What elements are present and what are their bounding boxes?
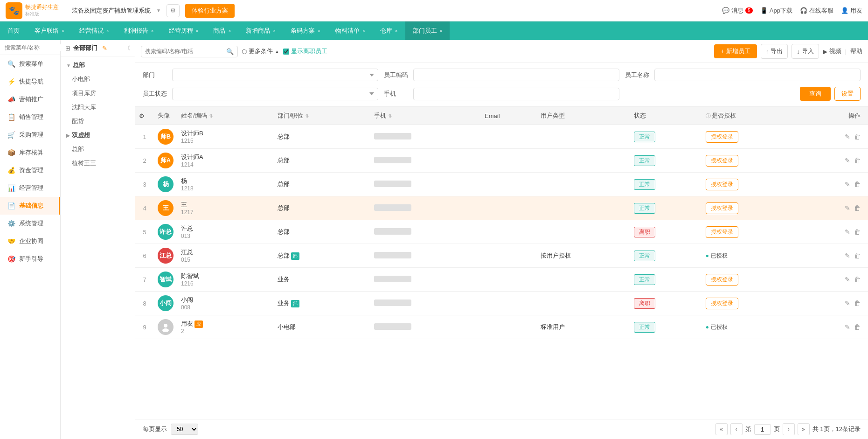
prev-page-button[interactable]: ‹: [730, 423, 743, 435]
search-input[interactable]: [145, 48, 224, 55]
th-name[interactable]: 姓名/编码 ⇅: [177, 107, 274, 125]
sidebar-item-sales[interactable]: 📋 销售管理: [0, 108, 60, 126]
edit-button[interactable]: ✎: [845, 157, 850, 164]
tree-collapse-icon[interactable]: 《: [125, 44, 130, 52]
export-button[interactable]: ↑ 导出: [761, 44, 788, 59]
help-button[interactable]: 帮助: [850, 47, 862, 56]
online-service-button[interactable]: 🎧 在线客服: [800, 7, 833, 15]
nav-item-goods[interactable]: 商品 ×: [206, 21, 238, 40]
nav-item-operations-close[interactable]: ×: [106, 28, 109, 34]
tree-item-xiaodianbu[interactable]: 小电部: [61, 72, 135, 86]
nav-item-staff[interactable]: 部门员工 ×: [405, 21, 450, 40]
emp-name-filter-input[interactable]: [654, 69, 861, 81]
nav-item-warehouse-close[interactable]: ×: [395, 28, 398, 34]
more-conditions-button[interactable]: ⬡ 更多条件 ▲: [242, 47, 279, 56]
sort-dept-icon[interactable]: ⇅: [305, 113, 309, 118]
sidebar-item-mgmt[interactable]: 📊 经营管理: [0, 179, 60, 197]
tree-item-zhishu[interactable]: 植树王三: [61, 156, 135, 170]
delete-button[interactable]: 🗑: [854, 228, 861, 236]
delete-button[interactable]: 🗑: [854, 204, 861, 212]
tree-item-peihuo[interactable]: 配货: [61, 114, 135, 128]
sidebar-item-finance[interactable]: 💰 资金管理: [0, 161, 60, 179]
sidebar-item-stock[interactable]: 📦 库存核算: [0, 144, 60, 161]
nav-item-home[interactable]: 首页: [0, 21, 27, 40]
add-employee-button[interactable]: + 新增员工: [714, 44, 757, 58]
sidebar-item-purchase[interactable]: 🛒 采购管理: [0, 126, 60, 144]
nav-item-barcode-close[interactable]: ×: [318, 28, 320, 34]
tree-item-parent-shuangxu[interactable]: ▶ 双虚想: [61, 128, 135, 142]
edit-button[interactable]: ✎: [845, 252, 850, 259]
sidebar-item-system[interactable]: ⚙️ 系统管理: [0, 215, 60, 232]
auth-login-button[interactable]: 授权登录: [706, 226, 738, 238]
set-button[interactable]: 设置: [834, 87, 861, 101]
sidebar-item-guide[interactable]: 🎯 新手引导: [0, 250, 60, 268]
last-page-button[interactable]: »: [798, 423, 810, 435]
nav-item-operations[interactable]: 经营情况 ×: [72, 21, 117, 40]
message-button[interactable]: 💬 消息 5: [722, 7, 753, 15]
emp-code-filter-input[interactable]: [413, 69, 619, 81]
th-phone[interactable]: 手机 ⇅: [370, 107, 481, 125]
th-dept[interactable]: 部门/职位 ⇅: [274, 107, 370, 125]
auth-login-button[interactable]: 授权登录: [706, 179, 738, 190]
edit-button[interactable]: ✎: [845, 133, 850, 140]
show-resigned-checkbox[interactable]: [283, 49, 289, 55]
video-button[interactable]: ▶ 视频: [823, 47, 841, 56]
sort-name-icon[interactable]: ⇅: [209, 113, 213, 118]
tree-item-parent-zongbu[interactable]: ▼ 总部: [61, 58, 135, 72]
tree-all-dept[interactable]: ⊞ 全部部门 ✎ 《: [61, 40, 135, 56]
next-page-button[interactable]: ›: [783, 423, 795, 435]
th-settings[interactable]: ⚙: [135, 107, 154, 125]
nav-item-customer[interactable]: 客户联络 ×: [27, 21, 72, 40]
emp-status-filter-select[interactable]: [172, 88, 378, 100]
nav-item-bom[interactable]: 物料清单 ×: [328, 21, 373, 40]
edit-button[interactable]: ✎: [845, 204, 850, 212]
auth-login-button[interactable]: 授权登录: [706, 202, 738, 214]
user-button[interactable]: 👤 用友: [841, 7, 862, 15]
edit-button[interactable]: ✎: [845, 323, 850, 331]
gear-button[interactable]: ⚙: [167, 4, 180, 17]
per-page-select[interactable]: 50 100: [171, 424, 198, 435]
sidebar-item-marketing[interactable]: 📣 营销推广: [0, 91, 60, 108]
sort-phone-icon[interactable]: ⇅: [388, 113, 392, 118]
delete-button[interactable]: 🗑: [854, 300, 861, 307]
auth-login-button[interactable]: 授权登录: [706, 155, 738, 167]
query-button[interactable]: 查询: [800, 87, 831, 101]
sidebar-search-area[interactable]: 🔍: [0, 40, 60, 55]
first-page-button[interactable]: «: [715, 423, 728, 435]
auth-login-button[interactable]: 授权登录: [706, 298, 738, 309]
trial-button[interactable]: 体验行业方案: [185, 4, 235, 18]
dept-filter-select[interactable]: [172, 69, 378, 81]
nav-item-history-close[interactable]: ×: [196, 28, 199, 34]
edit-button[interactable]: ✎: [845, 181, 850, 188]
filter-search-box[interactable]: 🔍: [141, 46, 238, 57]
nav-item-goods-close[interactable]: ×: [228, 28, 231, 34]
delete-button[interactable]: 🗑: [854, 157, 861, 164]
auth-login-button[interactable]: 授权登录: [706, 131, 738, 143]
edit-button[interactable]: ✎: [845, 276, 850, 283]
delete-button[interactable]: 🗑: [854, 323, 861, 331]
nav-item-customer-close[interactable]: ×: [62, 28, 64, 34]
nav-item-bom-close[interactable]: ×: [362, 28, 365, 34]
phone-filter-input[interactable]: [413, 88, 619, 100]
tree-item-project[interactable]: 项目库房: [61, 86, 135, 100]
page-input[interactable]: [754, 424, 771, 435]
tree-item-zongbu2[interactable]: 总部: [61, 142, 135, 156]
nav-item-add-goods-close[interactable]: ×: [273, 28, 276, 34]
nav-item-profit[interactable]: 利润报告 ×: [117, 21, 161, 40]
nav-item-barcode[interactable]: 条码方案 ×: [283, 21, 328, 40]
edit-button[interactable]: ✎: [845, 300, 850, 307]
nav-item-history[interactable]: 经营历程 ×: [161, 21, 206, 40]
sidebar-item-quicknav[interactable]: ⚡ 快捷导航: [0, 73, 60, 91]
edit-button[interactable]: ✎: [845, 228, 850, 236]
auth-login-button[interactable]: 授权登录: [706, 274, 738, 286]
sidebar-item-collab[interactable]: 🤝 企业协同: [0, 232, 60, 250]
sidebar-item-search[interactable]: 🔍 搜索菜单: [0, 55, 60, 73]
nav-item-warehouse[interactable]: 仓库 ×: [373, 21, 405, 40]
delete-button[interactable]: 🗑: [854, 276, 861, 283]
show-resigned-toggle[interactable]: 显示离职员工: [283, 47, 327, 56]
tree-item-shenyang[interactable]: 沈阳大库: [61, 100, 135, 114]
sys-title-dropdown-icon[interactable]: ▼: [156, 8, 161, 13]
app-download-button[interactable]: 📱 App下载: [760, 7, 792, 15]
delete-button[interactable]: 🗑: [854, 252, 861, 259]
import-button[interactable]: ↓ 导入: [792, 44, 819, 59]
